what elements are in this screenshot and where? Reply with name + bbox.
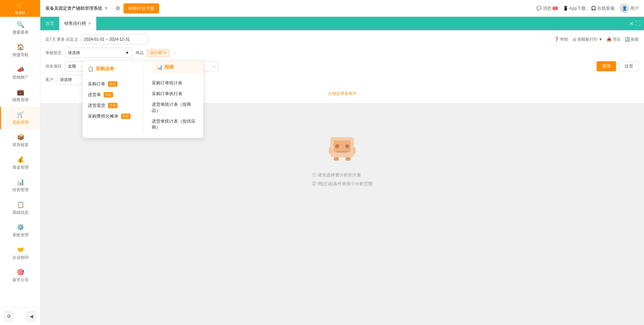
collapse-sidebar-button[interactable]: ◀ xyxy=(26,311,37,322)
history-badge-3: 历史 xyxy=(121,114,131,119)
help-icon: ❓ xyxy=(554,37,559,42)
message-icon: 💬 xyxy=(536,6,542,11)
expand-icon[interactable]: ⛶ xyxy=(635,21,641,27)
sidebar-item-inventory[interactable]: 📦 库存核算 xyxy=(0,129,40,152)
newbie-icon: 🎯 xyxy=(17,269,24,276)
settings-button[interactable]: ⚙ xyxy=(3,311,14,322)
sidebar-bottom: ⚙ ◀ xyxy=(0,307,40,325)
refresh-button[interactable]: 🔄 刷新 xyxy=(625,37,639,42)
marketing-icon: 📣 xyxy=(17,66,24,73)
svg-point-3 xyxy=(345,144,349,148)
export-icon: 📤 xyxy=(607,37,612,42)
svg-point-2 xyxy=(335,144,339,148)
collapse-icon: ◀ xyxy=(30,314,33,319)
history-badge-0: 历史 xyxy=(108,81,117,87)
order-status-select[interactable]: 请选择 ▼ xyxy=(65,48,132,58)
sidebar-item-newbie[interactable]: 🎯 新手引导 xyxy=(0,265,40,287)
system-name-dropdown[interactable]: 装备及固定资产辅助管理系统 ▼ xyxy=(45,5,108,11)
svg-rect-6 xyxy=(353,147,356,154)
sidebar-item-sales[interactable]: 💼 销售管理 xyxy=(0,84,40,107)
search-icon: 🔍 xyxy=(17,21,24,28)
report-item-1[interactable]: 采购订单执行表 xyxy=(152,88,199,99)
empty-tip-2: ② 用[过滤]条件来缩小分析范围 xyxy=(312,179,372,188)
finance-icon: 💰 xyxy=(17,156,24,163)
message-badge: 9 xyxy=(552,6,558,10)
print-button[interactable]: 🖨 按模板打印 ▼ xyxy=(572,37,603,42)
sidebar-item-label: 销售管理 xyxy=(12,97,29,103)
date-label: 近7天 更多 自定义 xyxy=(45,37,78,42)
reports-col-icon: 📊 xyxy=(157,65,163,70)
purchase-order-item[interactable]: 采购订单 历史 xyxy=(88,79,135,89)
tab-close-icon[interactable]: ✕ xyxy=(88,21,91,26)
sidebar-item-basic[interactable]: 📋 基础信息 xyxy=(0,197,40,219)
refresh-icon: 🔄 xyxy=(625,37,630,42)
goods-label: 商品 xyxy=(136,50,144,56)
sidebar-item-finance[interactable]: 💰 资金管理 xyxy=(0,152,40,174)
report-item-2[interactable]: 进货单统计表（按商品） xyxy=(152,99,199,116)
sidebar-menu: 🔍 搜索菜单 🏠 快捷导航 📣 营销推广 💼 销售管理 🛒 采购管理 📦 库存核… xyxy=(0,17,40,307)
sidebar-item-label: 搜索菜单 xyxy=(12,30,29,35)
sidebar-item-enterprise[interactable]: 🤝 企业协同 xyxy=(0,242,40,265)
message-button[interactable]: 💬 消息 9 xyxy=(536,5,558,11)
operation-icon: 📊 xyxy=(17,178,24,186)
history-badge-1: 历史 xyxy=(104,92,113,97)
tab-home[interactable]: 首页 xyxy=(40,17,59,30)
chevron-down-icon: ▼ xyxy=(125,50,129,55)
filter-row-1: 单据状态 请选择 ▼ 商品 设计费 ✕ ··· xyxy=(45,48,639,58)
close-tab-icon[interactable]: ✕ xyxy=(629,21,634,27)
purchase-col-icon: 📋 xyxy=(88,66,94,72)
topbar-right: 💬 消息 9 📱 App下载 🎧 在线客服 👤 用户 xyxy=(536,4,639,13)
sidebar-item-search[interactable]: 🔍 搜索菜单 xyxy=(0,17,40,39)
tab-home-label: 首页 xyxy=(45,21,54,27)
toolbar-left: 近7天 更多 自定义 2024-01-01 ~ 2024-12-31 xyxy=(45,34,148,44)
tabbar-actions: ✕ ⛶ xyxy=(629,21,644,27)
order-status-label: 单据状态 xyxy=(45,50,62,56)
sidebar-item-label: 资金管理 xyxy=(12,165,29,170)
tab-sales-rank[interactable]: 销售排行榜 ✕ xyxy=(59,17,96,30)
date-value: 2024-01-01 ~ 2024-12-31 xyxy=(84,37,130,42)
svg-rect-8 xyxy=(346,157,351,161)
setting-button[interactable]: 设置 xyxy=(619,61,639,71)
sidebar-item-label: 新手引导 xyxy=(12,277,29,283)
basic-icon: 📋 xyxy=(17,201,24,208)
app-logo: 🔶 标准版 xyxy=(0,0,40,17)
report-item-3[interactable]: 进货单统计表（按供应商） xyxy=(152,116,199,133)
logo-icon: 🔶 xyxy=(16,2,24,10)
main-area: 装备及固定资产辅助管理系统 ▼ ⚙ 体验行业方案 💬 消息 9 📱 App下载 … xyxy=(40,0,644,325)
report-item-0[interactable]: 采购订单统计表 xyxy=(152,78,199,88)
tab-sales-rank-label: 销售排行榜 xyxy=(64,21,86,27)
goods-more-dots[interactable]: ··· xyxy=(173,50,177,55)
sidebar-item-label: 库存核算 xyxy=(12,142,29,148)
export-button[interactable]: 📤 导出 xyxy=(607,37,621,42)
online-service-button[interactable]: 🎧 在线客服 xyxy=(591,5,615,11)
sidebar-item-system[interactable]: ⚙️ 系统管理 xyxy=(0,219,40,242)
query-actions: 查询 设置 xyxy=(597,61,639,71)
expense-item[interactable]: 采购费用分摊单 历史 xyxy=(88,111,135,122)
empty-tip-1: ① 请先选择要分析的方案 xyxy=(312,171,372,179)
sidebar-item-purchase[interactable]: 🛒 采购管理 xyxy=(0,107,40,129)
incoming-item[interactable]: 进货单 历史 xyxy=(88,89,135,100)
sidebar-item-marketing[interactable]: 📣 营销推广 xyxy=(0,62,40,84)
settings-icon: ⚙ xyxy=(7,314,11,319)
industry-solution-button[interactable]: 体验行业方案 xyxy=(123,3,159,13)
sidebar-item-label: 营销推广 xyxy=(12,75,29,80)
sidebar-item-operation[interactable]: 📊 经营管理 xyxy=(0,174,40,197)
return-item[interactable]: 进货退货 历史 xyxy=(88,100,135,111)
goods-tag[interactable]: 设计费 ✕ xyxy=(147,49,170,57)
content-area: 近7天 更多 自定义 2024-01-01 ~ 2024-12-31 ❓ 帮助 … xyxy=(40,30,644,325)
query-button[interactable]: 查询 xyxy=(597,61,616,71)
dropdown-arrow-icon: ▼ xyxy=(104,6,108,11)
topbar-settings-icon[interactable]: ⚙ xyxy=(115,5,120,11)
filter-toolbar: 近7天 更多 自定义 2024-01-01 ~ 2024-12-31 ❓ 帮助 … xyxy=(45,34,639,44)
headset-icon: 🎧 xyxy=(591,6,596,11)
goods-tag-close-icon[interactable]: ✕ xyxy=(163,50,167,55)
collapse-up-icon: ⋀ xyxy=(328,91,331,96)
help-button[interactable]: ❓ 帮助 xyxy=(554,37,568,42)
user-menu[interactable]: 👤 用户 xyxy=(620,4,639,13)
date-input[interactable]: 2024-01-01 ~ 2024-12-31 xyxy=(81,34,148,44)
mobile-icon: 📱 xyxy=(563,6,568,11)
app-download-button[interactable]: 📱 App下载 xyxy=(563,5,586,11)
topbar: 装备及固定资产辅助管理系统 ▼ ⚙ 体验行业方案 💬 消息 9 📱 App下载 … xyxy=(40,0,644,17)
sidebar-item-quick-nav[interactable]: 🏠 快捷导航 xyxy=(0,39,40,62)
customer-label: 客户 xyxy=(45,77,53,83)
